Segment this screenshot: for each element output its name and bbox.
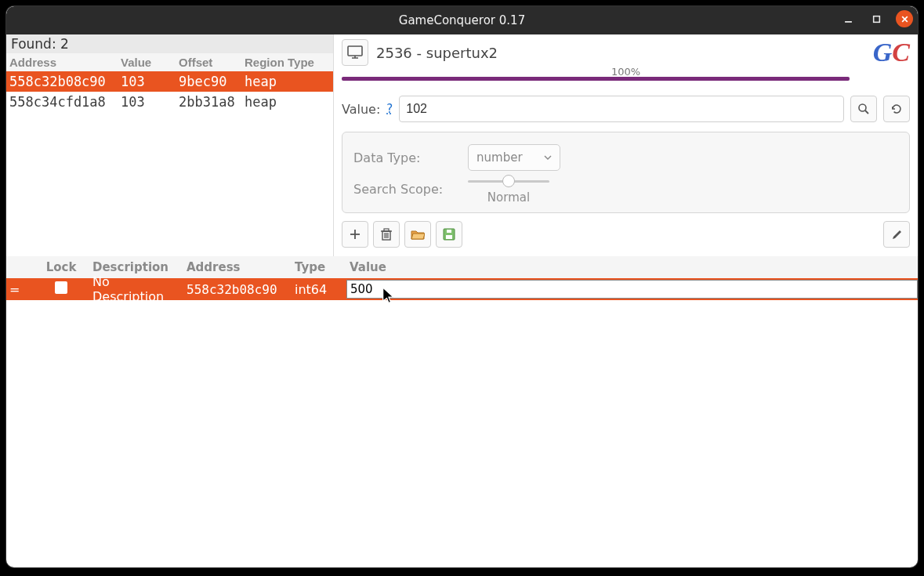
- search-button[interactable]: [850, 96, 877, 122]
- minimize-button[interactable]: [839, 10, 857, 27]
- process-label: 2536 - supertux2: [376, 45, 498, 61]
- results-header: Address Value Offset Region Type: [6, 53, 333, 71]
- app-logo: GC: [873, 38, 910, 67]
- svg-rect-1: [873, 16, 879, 22]
- data-type-select[interactable]: number: [468, 144, 560, 171]
- col-value[interactable]: Value: [118, 53, 176, 71]
- cheat-type: int64: [292, 281, 346, 299]
- results-row[interactable]: 558c34cfd1a8 103 2bb31a8 heap: [6, 92, 333, 112]
- progress-percent: 100%: [611, 66, 640, 78]
- folder-open-icon: [411, 229, 425, 240]
- save-button[interactable]: [436, 221, 462, 248]
- cell-value: 103: [118, 71, 176, 92]
- svg-line-8: [865, 110, 868, 114]
- results-panel: Found: 2 Address Value Offset Region Typ…: [6, 34, 334, 256]
- open-button[interactable]: [404, 221, 431, 248]
- value-label: Value:: [342, 102, 380, 117]
- svg-point-7: [859, 104, 866, 111]
- svg-rect-16: [384, 229, 389, 231]
- data-type-label: Data Type:: [353, 150, 448, 165]
- col-region-type[interactable]: Region Type: [241, 53, 333, 71]
- add-address-button[interactable]: [342, 221, 368, 248]
- col-type[interactable]: Type: [292, 259, 346, 276]
- monitor-icon: [347, 45, 363, 60]
- col-address[interactable]: Address: [183, 259, 292, 276]
- lock-checkbox[interactable]: [55, 281, 67, 294]
- cell-value: 103: [118, 92, 176, 112]
- refresh-icon: [890, 103, 903, 115]
- cheat-description: No Description: [89, 273, 183, 306]
- trash-icon: [381, 228, 392, 241]
- col-lock[interactable]: Lock: [33, 259, 89, 276]
- cell-region: heap: [241, 92, 333, 112]
- col-offset[interactable]: Offset: [176, 53, 241, 71]
- search-scope-label: Search Scope:: [353, 182, 448, 197]
- data-type-value: number: [476, 150, 523, 165]
- chevron-down-icon: [544, 155, 552, 160]
- cheat-eq: =: [6, 281, 33, 299]
- cheat-value-input[interactable]: [346, 280, 918, 299]
- col-value[interactable]: Value: [346, 259, 918, 276]
- cell-region: heap: [241, 71, 333, 92]
- delete-button[interactable]: [373, 221, 400, 248]
- col-address[interactable]: Address: [6, 53, 118, 71]
- edit-button[interactable]: [883, 221, 910, 248]
- search-scope-slider[interactable]: [468, 173, 549, 189]
- svg-rect-18: [446, 235, 452, 239]
- svg-rect-4: [348, 46, 362, 56]
- controls-panel: GC 2536 - supertux2 100% Value: ?: [334, 34, 918, 256]
- reset-button[interactable]: [883, 96, 910, 122]
- cell-address: 558c32b08c90: [6, 71, 118, 92]
- close-button[interactable]: [896, 10, 913, 27]
- pencil-icon: [891, 229, 903, 241]
- save-icon: [443, 228, 455, 241]
- cell-address: 558c34cfd1a8: [6, 92, 118, 112]
- search-options: Data Type: number Search Scope: Normal: [342, 132, 910, 213]
- app-window: GameConqueror 0.17 Found: 2 Address Valu…: [6, 6, 918, 567]
- titlebar: GameConqueror 0.17: [6, 6, 918, 34]
- cell-offset: 2bb31a8: [176, 92, 241, 112]
- svg-rect-19: [447, 230, 451, 233]
- search-icon: [857, 103, 870, 115]
- cell-offset: 9bec90: [176, 71, 241, 92]
- cheat-address: 558c32b08c90: [183, 281, 292, 299]
- maximize-button[interactable]: [868, 10, 885, 27]
- progress-bar: [342, 77, 850, 81]
- cheat-table-row[interactable]: = No Description 558c32b08c90 int64: [6, 278, 918, 300]
- plus-icon: [350, 229, 361, 240]
- window-title: GameConqueror 0.17: [399, 13, 525, 27]
- found-count: Found: 2: [6, 34, 333, 53]
- select-process-button[interactable]: [342, 39, 368, 66]
- value-input[interactable]: [399, 96, 844, 122]
- value-help-icon[interactable]: ?: [386, 102, 393, 116]
- results-row[interactable]: 558c32b08c90 103 9bec90 heap: [6, 71, 333, 92]
- search-scope-value: Normal: [487, 190, 530, 205]
